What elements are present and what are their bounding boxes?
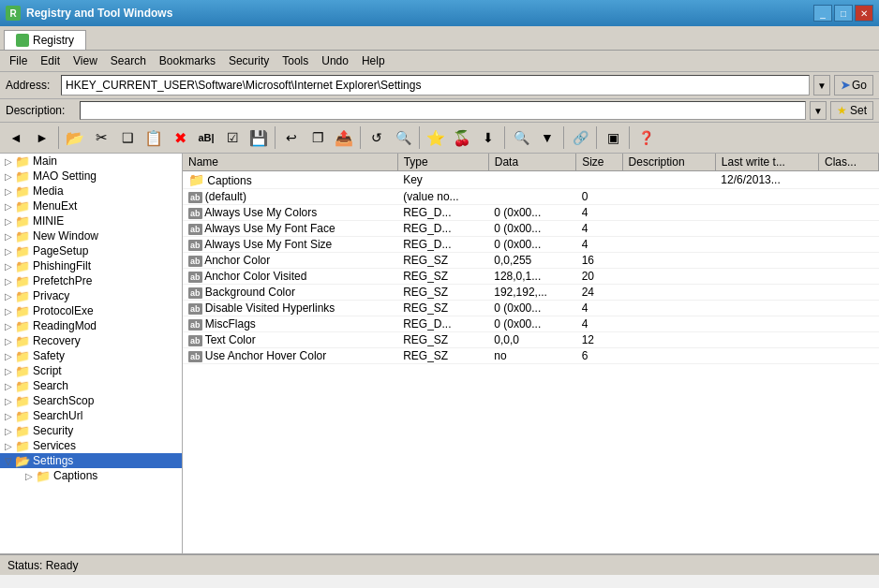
expand-icon: ▷	[2, 424, 15, 437]
registry-tab[interactable]: Registry	[4, 30, 86, 50]
col-type[interactable]: Type	[397, 154, 488, 171]
cell-data: 192,192,...	[488, 285, 575, 301]
tree-item-protocol[interactable]: ▷ 📁 ProtocolExe	[0, 303, 182, 318]
tree-item-search[interactable]: ▷ 📁 Search	[0, 378, 182, 393]
menu-security[interactable]: Security	[223, 52, 275, 69]
download-button[interactable]: ⬇	[476, 125, 500, 150]
cell-name: ab Anchor Color	[183, 253, 397, 269]
cell-name: ab Always Use My Font Size	[183, 237, 397, 253]
address-input[interactable]	[61, 75, 810, 96]
delete-button[interactable]: ✖	[168, 125, 192, 150]
paste-button[interactable]: 📋	[142, 125, 166, 150]
table-row[interactable]: ab Anchor Color Visited REG_SZ 128,0,1..…	[183, 269, 879, 285]
tree-item-security[interactable]: ▷ 📁 Security	[0, 423, 182, 438]
menu-file[interactable]: File	[4, 52, 33, 69]
cell-class	[819, 253, 879, 269]
table-row[interactable]: ab Disable Visited Hyperlinks REG_SZ 0 (…	[183, 301, 879, 316]
tree-item-services[interactable]: ▷ 📁 Services	[0, 438, 182, 453]
view-button[interactable]: ▣	[601, 125, 625, 150]
table-row[interactable]: ab Always Use My Font Face REG_D... 0 (0…	[183, 221, 879, 237]
link-button[interactable]: 🔗	[568, 125, 592, 150]
tree-item-newwindow[interactable]: ▷ 📁 New Window	[0, 228, 182, 243]
tree-item-script[interactable]: ▷ 📁 Script	[0, 363, 182, 378]
menu-edit[interactable]: Edit	[35, 52, 66, 69]
minimize-button[interactable]: _	[813, 5, 832, 22]
menu-bookmarks[interactable]: Bookmarks	[154, 52, 221, 69]
cell-size: 4	[576, 316, 622, 332]
set-button[interactable]: ★ Set	[830, 101, 873, 120]
table-row[interactable]: ab Background Color REG_SZ 192,192,... 2…	[183, 285, 879, 301]
col-description[interactable]: Description	[622, 154, 715, 171]
list-panel[interactable]: Name Type Data Size Description Last wri…	[183, 154, 879, 553]
tree-item-phishing[interactable]: ▷ 📁 PhishingFilt	[0, 258, 182, 273]
cell-name: 📁 Captions	[183, 171, 397, 189]
export-button[interactable]: 📤	[332, 125, 356, 150]
tree-item-recovery[interactable]: ▷ 📁 Recovery	[0, 333, 182, 348]
expand-icon: ▷	[2, 379, 15, 392]
tree-item-prefetch[interactable]: ▷ 📁 PrefetchPre	[0, 273, 182, 288]
description-dropdown[interactable]: ▼	[810, 101, 827, 120]
table-row[interactable]: ab Text Color REG_SZ 0,0,0 12	[183, 332, 879, 348]
undo-button[interactable]: ↩	[279, 125, 304, 150]
find-button[interactable]: 🔍	[509, 125, 533, 150]
menu-view[interactable]: View	[67, 52, 103, 69]
maximize-button[interactable]: □	[834, 5, 853, 22]
cut-button[interactable]: ✂	[89, 125, 113, 150]
col-class[interactable]: Clas...	[819, 154, 879, 171]
table-row[interactable]: 📁 Captions Key 12/6/2013...	[183, 171, 879, 189]
tree-item-captions[interactable]: ▷ 📁 Captions	[0, 468, 182, 483]
folder-open-icon: 📂	[15, 454, 30, 467]
table-row[interactable]: ab Use Anchor Hover Color REG_SZ no 6	[183, 348, 879, 364]
close-button[interactable]: ✕	[855, 5, 873, 22]
forward-button[interactable]: ►	[30, 125, 54, 150]
tree-item-searchscop[interactable]: ▷ 📁 SearchScop	[0, 393, 182, 408]
back-button[interactable]: ◄	[4, 125, 28, 150]
bookmark-button[interactable]: ⭐	[424, 125, 448, 150]
col-lastwrite[interactable]: Last write t...	[715, 154, 818, 171]
copy-button[interactable]: ❑	[115, 125, 140, 150]
table-row[interactable]: ab Anchor Color REG_SZ 0,0,255 16	[183, 253, 879, 269]
table-row[interactable]: ab Always Use My Font Size REG_D... 0 (0…	[183, 237, 879, 253]
cell-data	[488, 189, 575, 205]
table-row[interactable]: ab MiscFlags REG_D... 0 (0x00... 4	[183, 316, 879, 332]
search-button[interactable]: 🔍	[391, 125, 415, 150]
menu-search[interactable]: Search	[105, 52, 152, 69]
fruit-button[interactable]: 🍒	[450, 125, 474, 150]
open-folder-button[interactable]: 📂	[63, 125, 87, 150]
menu-tools[interactable]: Tools	[276, 52, 314, 69]
rename-button[interactable]: aB|	[194, 125, 218, 150]
col-size[interactable]: Size	[576, 154, 622, 171]
go-button[interactable]: ➤ Go	[834, 75, 873, 96]
tree-item-menuext[interactable]: ▷ 📁 MenuExt	[0, 198, 182, 213]
table-row[interactable]: ab (default) (value no... 0	[183, 189, 879, 205]
cell-description	[622, 253, 715, 269]
cell-description	[622, 348, 715, 364]
tree-label: Safety	[33, 349, 65, 362]
tree-item-media[interactable]: ▷ 📁 Media	[0, 184, 182, 198]
expand-icon: ▷	[22, 469, 36, 482]
help-button[interactable]: ❓	[633, 125, 658, 150]
tree-item-mao[interactable]: ▷ 📁 MAO Setting	[0, 169, 182, 184]
table-row[interactable]: ab Always Use My Colors REG_D... 0 (0x00…	[183, 205, 879, 221]
menu-undo[interactable]: Undo	[316, 52, 354, 69]
menu-help[interactable]: Help	[356, 52, 391, 69]
save-button[interactable]: 💾	[246, 125, 271, 150]
tree-item-pagesetup[interactable]: ▷ 📁 PageSetup	[0, 243, 182, 258]
tree-item-main[interactable]: ▷ 📁 Main	[0, 154, 182, 169]
col-data[interactable]: Data	[488, 154, 575, 171]
address-dropdown[interactable]: ▼	[813, 75, 830, 96]
tree-item-searchurl[interactable]: ▷ 📁 SearchUrl	[0, 408, 182, 423]
cell-data: 0 (0x00...	[488, 301, 575, 316]
tree-item-privacy[interactable]: ▷ 📁 Privacy	[0, 288, 182, 303]
col-name[interactable]: Name	[183, 154, 397, 171]
description-input[interactable]	[80, 101, 806, 120]
check-button[interactable]: ☑	[220, 125, 245, 150]
tree-item-safety[interactable]: ▷ 📁 Safety	[0, 348, 182, 363]
refresh-button[interactable]: ↺	[365, 125, 389, 150]
tree-panel[interactable]: ▷ 📁 Main ▷ 📁 MAO Setting ▷ 📁 Media ▷ 📁 M…	[0, 154, 183, 553]
tree-item-minie[interactable]: ▷ 📁 MINIE	[0, 213, 182, 228]
tree-item-settings[interactable]: ▽ 📂 Settings	[0, 453, 182, 468]
copy2-button[interactable]: ❐	[305, 125, 330, 150]
filter-button[interactable]: ▼	[535, 125, 559, 150]
tree-item-reading[interactable]: ▷ 📁 ReadingMod	[0, 318, 182, 333]
